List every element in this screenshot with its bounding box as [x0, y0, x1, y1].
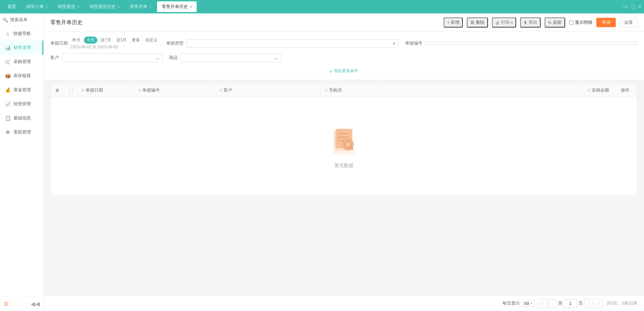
last-page-button[interactable]: ⟩⟩	[594, 299, 603, 308]
last7days-btn[interactable]: 近7天	[99, 37, 113, 44]
table-col-middle	[378, 87, 580, 94]
product-filter-item: 商品 ...	[169, 53, 281, 62]
tab-sales-order-close[interactable]: ×	[46, 5, 48, 9]
sidebar-item-quick-nav[interactable]: ⌂ 快捷导航	[0, 27, 43, 41]
filter-row-1: 单据日期 昨天 今天 近7天 近1月 更多 自定义 2023-06-02 至 2…	[50, 37, 637, 50]
prev-page-button[interactable]: ⟨	[548, 299, 557, 308]
empty-text: 暂无数据	[335, 163, 353, 169]
yesterday-btn[interactable]: 昨天	[70, 37, 83, 44]
empty-state: 暂无数据	[51, 97, 637, 196]
sidebar-item-inventory[interactable]: 📦 库存核算	[0, 69, 43, 83]
table-col-ops: 操作	[613, 84, 637, 97]
collapse-sidebar-button[interactable]: ◀◀	[31, 300, 40, 308]
sidebar-nav: ⌂ 快捷导航 📊 销售管理 🛒 采购管理 📦 库存核算 💰 资金管理 📈	[0, 27, 43, 297]
table-col-settings[interactable]: ⚙	[51, 85, 64, 96]
sort-guide-icon[interactable]: ⇅	[325, 89, 328, 92]
refresh-icon: ↻	[548, 20, 552, 25]
pagination-bar: 每页显示 50 ▾ ⟨⟨ ⟨ 第 页 ⟩ ⟩⟩ 共0页，0条记录	[44, 295, 644, 311]
nav-label-quick-nav: 快捷导航	[13, 31, 31, 37]
minimize-button[interactable]: —	[623, 4, 628, 10]
settings-gear-icon[interactable]: ⚙	[3, 300, 9, 308]
tab-sales-return-history[interactable]: 销货退货历史 ×	[85, 1, 125, 12]
sidebar-item-purchase[interactable]: 🛒 采购管理	[0, 55, 43, 69]
tab-sales-order[interactable]: 销售订单 ×	[21, 1, 52, 12]
settings-button[interactable]: 设置	[620, 18, 637, 27]
collapse-row: ∧ 收起更多条件	[50, 65, 637, 76]
product-input[interactable]: ...	[181, 53, 281, 62]
operations-icon: 📈	[5, 101, 11, 107]
tab-sales-return-close[interactable]: ×	[77, 5, 79, 9]
col-settings-icon[interactable]: ⚙	[55, 88, 59, 93]
sidebar-item-system[interactable]: ⚙ 系统管理	[0, 125, 43, 139]
query-button[interactable]: 查询	[596, 18, 616, 27]
table-col-checkbox[interactable]	[64, 85, 78, 96]
delete-button[interactable]: 🗑 删除	[467, 17, 488, 28]
display-detail-label: 显示明细	[575, 19, 592, 25]
tab-retail-open[interactable]: 零售开单 ×	[125, 1, 156, 12]
toolbar: + 新增 🗑 删除 🖨 打印 ▾ ⬆ 导出 ↻ 刷新 显示明细	[444, 17, 637, 28]
search-icon: 🔍	[3, 17, 8, 22]
sort-date-icon[interactable]: ⇅	[82, 89, 84, 92]
customer-select-icon[interactable]: ...	[155, 55, 159, 60]
customer-input[interactable]: ...	[62, 53, 162, 62]
table-area: ⚙ ⇅ 单据日期 ⇅ 单据编号 ⇅ 客户	[44, 80, 644, 295]
nav-label-inventory: 库存核算	[13, 73, 31, 79]
refresh-button[interactable]: ↻ 刷新	[545, 17, 565, 28]
page-number-input[interactable]	[564, 299, 577, 308]
table-col-amount: ⇅ 实销金额	[580, 84, 613, 97]
more-btn[interactable]: 更多	[130, 37, 142, 44]
sort-customer-icon[interactable]: ⇅	[219, 89, 222, 92]
collapse-button[interactable]: ∧ 收起更多条件	[327, 67, 361, 75]
print-button[interactable]: 🖨 打印 ▾	[492, 17, 516, 28]
table-col-customer: ⇅ 客户	[215, 84, 321, 97]
empty-icon	[327, 124, 361, 157]
order-no-input[interactable]	[425, 42, 637, 45]
per-page-selector: 每页显示 50 ▾	[502, 300, 534, 307]
sort-amount-icon[interactable]: ⇅	[588, 89, 590, 92]
filter-row-2: 客户 ... 商品 ...	[50, 53, 637, 62]
product-label: 商品	[169, 55, 178, 61]
tab-retail-open-history-close[interactable]: ×	[190, 5, 192, 9]
tab-home[interactable]: 首页	[3, 1, 21, 12]
print-dropdown-icon[interactable]: ▾	[511, 21, 513, 24]
last-month-btn[interactable]: 近1月	[114, 37, 129, 44]
per-page-dropdown-icon: ▾	[531, 302, 532, 305]
sidebar-item-sales[interactable]: 📊 销售管理	[0, 41, 43, 55]
product-select-icon[interactable]: ...	[274, 55, 278, 60]
select-all-checkbox[interactable]	[68, 88, 73, 93]
close-button[interactable]: ×	[638, 4, 641, 10]
export-button[interactable]: ⬆ 导出	[520, 17, 541, 28]
sidebar-bottom: ⚙ ◀◀	[0, 297, 43, 311]
sidebar-search[interactable]: 🔍 搜索采单	[0, 13, 43, 27]
tab-sales-return-history-close[interactable]: ×	[118, 5, 120, 9]
order-type-select[interactable]: ▾	[186, 39, 398, 48]
date-filter-item: 单据日期 昨天 今天 近7天 近1月 更多 自定义 2023-06-02 至 2…	[50, 37, 159, 50]
first-page-button[interactable]: ⟨⟨	[538, 299, 547, 308]
sales-icon: 📊	[5, 45, 11, 50]
content-area: 零售开单历史 + 新增 🗑 删除 🖨 打印 ▾ ⬆ 导出 ↻ 刷新	[44, 13, 644, 311]
sidebar-item-finance[interactable]: 💰 资金管理	[0, 83, 43, 97]
sidebar-item-operations[interactable]: 📈 经营管理	[0, 97, 43, 111]
table-col-date: ⇅ 单据日期	[78, 84, 134, 97]
nav-label-basic-info: 基础信息	[13, 115, 31, 121]
sidebar-item-basic-info[interactable]: 📋 基础信息	[0, 111, 43, 125]
order-type-label: 单据类型	[166, 40, 184, 46]
customer-label: 客户	[50, 55, 59, 61]
today-btn[interactable]: 今天	[84, 37, 97, 44]
next-page-button[interactable]: ⟩	[584, 299, 593, 308]
tab-retail-open-close[interactable]: ×	[149, 5, 151, 9]
tab-sales-return[interactable]: 销货退货 ×	[53, 1, 84, 12]
customer-filter-item: 客户 ...	[50, 53, 162, 62]
page-title: 零售开单历史	[50, 19, 83, 26]
sort-order-no-icon[interactable]: ⇅	[138, 89, 141, 92]
purchase-icon: 🛒	[5, 59, 11, 64]
per-page-select[interactable]: 50 ▾	[522, 300, 534, 307]
display-detail-checkbox[interactable]	[569, 20, 574, 25]
maximize-button[interactable]: □	[632, 4, 635, 10]
tab-retail-open-history[interactable]: 零售开单历史 ×	[157, 1, 197, 12]
add-button[interactable]: + 新增	[444, 17, 463, 28]
display-detail-checkbox-label[interactable]: 显示明细	[569, 19, 592, 25]
order-no-label: 单据编号	[405, 40, 423, 46]
custom-btn[interactable]: 自定义	[143, 37, 159, 44]
export-icon: ⬆	[524, 20, 527, 25]
